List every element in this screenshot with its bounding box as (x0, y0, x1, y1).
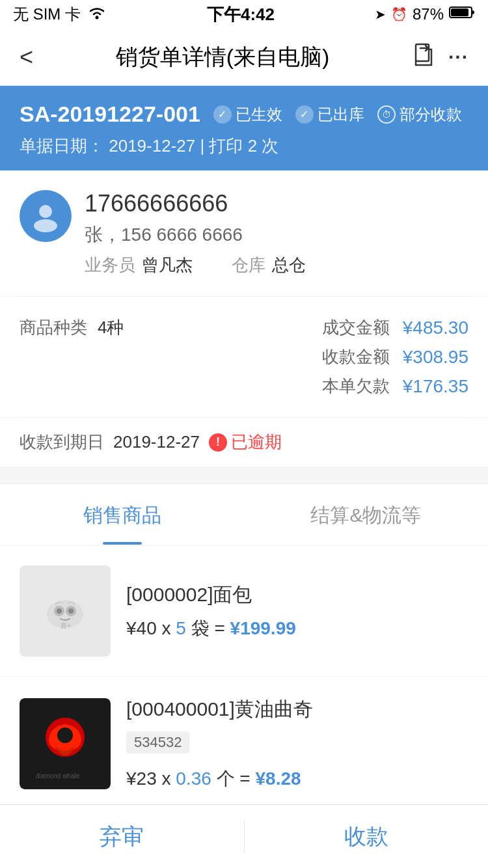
svg-point-0 (96, 16, 99, 20)
category-count: 4种 (98, 316, 124, 339)
customer-avatar (20, 190, 72, 242)
product-sku-2: 534532 (126, 731, 189, 753)
check-icon-1: ✓ (213, 105, 232, 124)
deal-row: 成交金额 ¥485.30 (322, 316, 468, 339)
doc-date: 2019-12-27 (109, 136, 195, 156)
debt-amount: ¥176.35 (403, 376, 468, 397)
doc-header: SA-20191227-001 ✓ 已生效 ✓ 已出库 ⏱ 部分收款 单据日期：… (0, 86, 488, 170)
product-price-row-1: ¥40 x 5 袋 = ¥199.99 (126, 616, 468, 641)
customer-phone: 张，156 6666 6666 (85, 223, 468, 247)
badge-shipped: ✓ 已出库 (295, 104, 364, 125)
deal-amount: ¥485.30 (403, 318, 468, 338)
debt-label: 本单欠款 (322, 375, 390, 398)
back-button[interactable]: < (20, 44, 33, 71)
overdue-badge: ! 已逾期 (209, 431, 282, 454)
product-price-row-2: ¥23 x 0.36 个 = ¥8.28 (126, 766, 468, 791)
product-qty-2: 0.36 (176, 768, 211, 789)
reject-button[interactable]: 弃审 (0, 809, 244, 865)
svg-text:兽+: 兽+ (61, 622, 71, 629)
product-image-2: diamond whale (20, 698, 111, 789)
product-total-1: ¥199.99 (230, 618, 296, 638)
product-unit-2: 个 (217, 768, 235, 789)
nav-bar: < 销货单详情(来自电脑) ··· (0, 29, 488, 86)
stats-section: 商品种类 4种 成交金额 ¥485.30 收款金额 ¥308.95 本单欠款 ¥… (0, 297, 488, 417)
customer-name: 17666666666 (85, 190, 468, 217)
carrier-label: 无 SIM 卡 (13, 4, 81, 25)
product-item-2: diamond whale [000400001]黄油曲奇 534532 ¥23… (0, 677, 488, 811)
collect-button[interactable]: 收款 (245, 809, 489, 865)
overdue-dot-icon: ! (209, 433, 227, 452)
status-right: ➤ ⏰ 87% (375, 5, 475, 23)
print-suffix: 次 (262, 136, 278, 156)
bottom-bar: 弃审 收款 (0, 804, 488, 868)
product-multiply-1: x (162, 618, 176, 638)
salesperson-item: 业务员 曾凡杰 (85, 254, 193, 277)
svg-rect-2 (451, 8, 468, 16)
stats-left: 商品种类 4种 (20, 316, 244, 339)
svg-point-14 (57, 727, 73, 743)
doc-date-row: 单据日期： 2019-12-27 | 打印 2 次 (20, 135, 468, 157)
battery-icon (449, 5, 475, 23)
product-owl-placeholder: 兽+ (20, 565, 111, 657)
clock-icon: ⏱ (377, 105, 396, 124)
warehouse-value: 总仓 (272, 254, 306, 277)
overdue-date: 2019-12-27 (113, 432, 200, 452)
customer-info: 17666666666 张，156 6666 6666 业务员 曾凡杰 仓库 总… (85, 190, 468, 277)
check-icon-2: ✓ (295, 105, 314, 124)
product-qty-1: 5 (176, 618, 186, 638)
print-count: 2 (248, 136, 257, 156)
deal-label: 成交金额 (322, 316, 390, 339)
pay-label: 收款金额 (322, 346, 390, 368)
badge-effective: ✓ 已生效 (213, 104, 282, 125)
category-label: 商品种类 (20, 316, 87, 339)
more-icon[interactable]: ··· (448, 46, 468, 68)
svg-text:diamond whale: diamond whale (36, 772, 80, 780)
product-img-dark-2: diamond whale (20, 698, 111, 789)
product-eq-2: = (239, 768, 255, 789)
tabs-container: 销售商品 结算&物流等 (0, 483, 488, 545)
warehouse-label: 仓库 (232, 254, 265, 277)
alarm-icon: ⏰ (391, 7, 407, 22)
svg-point-5 (34, 219, 57, 232)
product-name-2: [000400001]黄油曲奇 (126, 696, 468, 723)
location-icon: ➤ (375, 7, 386, 22)
salesperson-label: 业务员 (85, 254, 135, 277)
svg-point-4 (39, 205, 52, 218)
status-bar: 无 SIM 卡 下午4:42 ➤ ⏰ 87% (0, 0, 488, 29)
tab-settlement[interactable]: 结算&物流等 (244, 484, 488, 545)
doc-id: SA-20191227-001 (20, 102, 200, 127)
product-price-2: ¥23 (126, 768, 157, 789)
print-label: | 打印 (200, 136, 243, 156)
product-eq-1: = (214, 618, 230, 638)
pay-row: 收款金额 ¥308.95 (322, 346, 468, 368)
stats-right: 成交金额 ¥485.30 收款金额 ¥308.95 本单欠款 ¥176.35 (244, 316, 468, 398)
product-total-2: ¥8.28 (255, 768, 301, 789)
customer-meta: 业务员 曾凡杰 仓库 总仓 (85, 254, 468, 277)
nav-left[interactable]: < (20, 44, 33, 71)
tab-sales-products[interactable]: 销售商品 (0, 484, 244, 545)
nav-right[interactable]: ··· (412, 43, 468, 71)
product-multiply-2: x (162, 768, 176, 789)
date-label: 单据日期： (20, 136, 104, 156)
product-info-2: [000400001]黄油曲奇 534532 ¥23 x 0.36 个 = ¥8… (126, 696, 468, 791)
product-item-1: 兽+ [0000002]面包 ¥40 x 5 袋 = ¥199.99 (0, 546, 488, 677)
product-name-1: [0000002]面包 (126, 582, 468, 608)
product-info-1: [0000002]面包 ¥40 x 5 袋 = ¥199.99 (126, 582, 468, 641)
overdue-section: 收款到期日 2019-12-27 ! 已逾期 (0, 418, 488, 467)
products-list: 兽+ [0000002]面包 ¥40 x 5 袋 = ¥199.99 (0, 546, 488, 811)
badge-partial-payment: ⏱ 部分收款 (377, 104, 462, 125)
warehouse-item: 仓库 总仓 (232, 254, 306, 277)
svg-point-9 (57, 608, 62, 614)
product-unit-1: 袋 (191, 618, 210, 638)
status-left: 无 SIM 卡 (13, 4, 107, 25)
overdue-text: 已逾期 (231, 431, 282, 454)
pay-amount: ¥308.95 (403, 347, 468, 368)
overdue-label: 收款到期日 (20, 431, 104, 454)
section-divider (0, 467, 488, 477)
product-image-1: 兽+ (20, 565, 111, 657)
product-price-1: ¥40 (126, 618, 157, 638)
svg-point-10 (68, 608, 74, 614)
salesperson-value: 曾凡杰 (142, 254, 193, 277)
share-icon[interactable] (412, 43, 435, 71)
battery-label: 87% (413, 5, 444, 23)
